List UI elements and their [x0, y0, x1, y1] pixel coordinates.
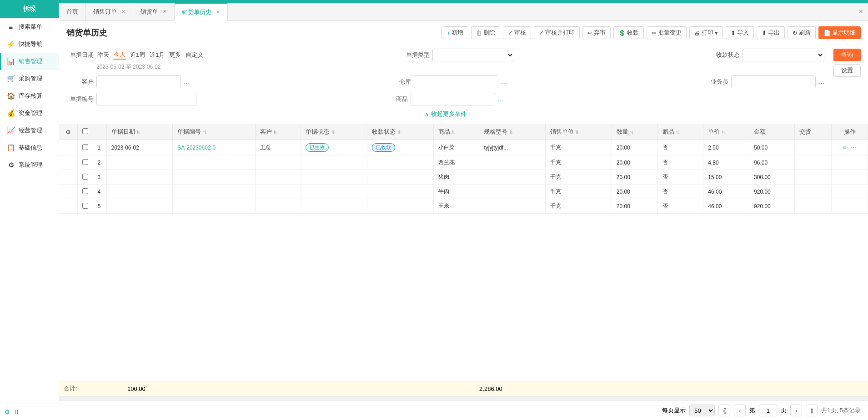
gear-icon[interactable]: ⚙ [65, 129, 71, 135]
goods-input[interactable] [411, 93, 495, 105]
shortcut-yesterday[interactable]: 昨天 [96, 51, 110, 59]
close-all-icon[interactable]: ✕ [858, 8, 863, 15]
export-icon: ⬇ [762, 30, 767, 36]
first-page-button[interactable]: ⟪ [718, 405, 730, 416]
sidebar-item-quick-nav[interactable]: ⚡ 快捷导航 [0, 35, 59, 53]
select-all-checkbox[interactable] [82, 128, 88, 134]
doc-type-select[interactable] [432, 49, 514, 61]
col-qty: 数量 ⇅ [612, 124, 657, 140]
tab-sales-order-close[interactable]: ✕ [121, 9, 125, 15]
page-number-input[interactable] [759, 405, 777, 416]
docno-label: 单据编号 [66, 95, 94, 103]
audit-button[interactable]: ✓ 审核 [503, 26, 531, 39]
sidebar-item-label: 采购管理 [19, 75, 42, 83]
sort-doc-date-icon[interactable]: ⇅ [136, 130, 140, 135]
sidebar-settings-icon[interactable]: ⚙ [5, 409, 10, 415]
row-checkbox[interactable] [82, 159, 88, 165]
sort-spec-icon[interactable]: ⇅ [509, 130, 513, 135]
collect-button[interactable]: 💲 收款 [613, 26, 644, 39]
sidebar-item-system-mgmt[interactable]: ⚙ 系统管理 [0, 156, 59, 174]
shortcut-custom[interactable]: 自定义 [185, 51, 204, 59]
collapse-button[interactable]: ∧ 收起更多条件 [66, 110, 824, 118]
cell-trade [794, 170, 831, 185]
cell-customer [255, 170, 301, 185]
tab-sales-order-label: 销售订单 [93, 8, 117, 16]
sort-doc-status-icon[interactable]: ⇅ [331, 130, 335, 135]
sort-qty-icon[interactable]: ⇅ [630, 130, 633, 135]
audit-print-button[interactable]: ✓ 审核并打印 [534, 26, 580, 39]
sort-collect-status-icon[interactable]: ⇅ [397, 130, 401, 135]
last-page-button[interactable]: ⟫ [806, 405, 818, 416]
doc-no-link[interactable]: SA-20230602-0 [177, 145, 216, 151]
sort-doc-no-icon[interactable]: ⇅ [203, 130, 206, 135]
warehouse-dots[interactable]: ... [501, 78, 507, 86]
docno-input[interactable] [96, 93, 196, 105]
sidebar-item-operation-mgmt[interactable]: 📈 经营管理 [0, 122, 59, 139]
show-detail-button[interactable]: 📄 显示明细 [818, 26, 861, 39]
cell-unit: 千克 [546, 199, 612, 214]
page-size-select[interactable]: 10 20 50 100 [689, 405, 715, 416]
new-button[interactable]: + 新增 [442, 26, 468, 39]
cell-doc-status [301, 185, 367, 199]
customer-input[interactable] [96, 75, 181, 88]
sidebar: 拆垛 ≡ 搜索菜单 ⚡ 快捷导航 📊 销售管理 🛒 采购管理 🏠 库存核算 💰 … [0, 0, 59, 420]
sidebar-item-search-menu[interactable]: ≡ 搜索菜单 [0, 18, 59, 35]
sidebar-item-inventory[interactable]: 🏠 库存核算 [0, 87, 59, 105]
sidebar-item-label: 经营管理 [19, 126, 42, 135]
prev-page-button[interactable]: ‹ [734, 405, 746, 416]
export-button[interactable]: ⬇ 导出 [757, 26, 785, 39]
shortcut-week[interactable]: 近1周 [129, 51, 146, 59]
shortcut-more[interactable]: 更多 [168, 51, 182, 59]
next-page-button[interactable]: › [790, 405, 802, 416]
cell-customer [255, 155, 301, 170]
cell-spec: tyjyjtyjdf... [479, 140, 546, 155]
row-checkbox[interactable] [82, 188, 88, 194]
tab-sales-order[interactable]: 销售订单 ✕ [86, 3, 133, 21]
operation-mgmt-icon: 📈 [7, 126, 15, 135]
sort-gift-icon[interactable]: ⇅ [676, 130, 679, 135]
horizontal-scrollbar[interactable] [59, 396, 868, 400]
shortcut-today[interactable]: 今天 [113, 50, 126, 60]
sort-goods-icon[interactable]: ⇅ [452, 130, 455, 135]
row-checkbox[interactable] [82, 203, 88, 209]
salesperson-input[interactable] [731, 75, 816, 88]
sidebar-item-purchase-mgmt[interactable]: 🛒 采购管理 [0, 70, 59, 87]
cell-doc-status [301, 155, 367, 170]
salesperson-dots[interactable]: ... [818, 78, 824, 86]
tab-sales-goods-close[interactable]: ✕ [163, 9, 167, 15]
edit-link[interactable]: ✏ [843, 145, 848, 151]
row-checkbox[interactable] [82, 174, 88, 180]
batch-change-button[interactable]: ✏ 批量变更 [647, 26, 687, 39]
delete-button[interactable]: 🗑 删除 [471, 26, 500, 39]
filter-settings-button[interactable]: 设置 [833, 64, 861, 77]
row-checkbox[interactable] [82, 144, 88, 150]
sort-unit-icon[interactable]: ⇅ [575, 130, 579, 135]
shortcut-month[interactable]: 近1月 [149, 51, 166, 59]
cell-unit-price: 15.00 [703, 170, 749, 185]
cell-action [832, 155, 868, 170]
tab-sales-goods[interactable]: 销货单 ✕ [133, 3, 175, 21]
sort-customer-icon[interactable]: ⇅ [273, 130, 277, 135]
import-button[interactable]: ⬆ 导入 [726, 26, 754, 39]
filter-docno-item: 单据编号 [66, 93, 196, 105]
abandon-button[interactable]: ↩ 弃审 [582, 26, 611, 39]
sidebar-item-base-info[interactable]: 📋 基础信息 [0, 139, 59, 156]
warehouse-input[interactable] [414, 75, 498, 88]
query-button[interactable]: 查询 [833, 49, 861, 61]
sidebar-collapse-icon[interactable]: ⏸ [14, 409, 20, 415]
tab-sales-history[interactable]: 销货单历史 ✕ [175, 3, 228, 21]
goods-dots[interactable]: ... [498, 95, 504, 103]
sidebar-item-finance-mgmt[interactable]: 💰 资金管理 [0, 105, 59, 122]
sidebar-item-sales-mgmt[interactable]: 📊 销售管理 [0, 53, 59, 70]
refresh-button[interactable]: ↻ 刷新 [788, 26, 816, 39]
table-footer: 合计: 100.00 2,286.00 [59, 381, 868, 396]
customer-dots[interactable]: ... [184, 78, 190, 86]
collect-status-select[interactable] [743, 49, 824, 61]
tab-home[interactable]: 首页 [59, 3, 86, 21]
table-header-row: ⚙ 单据日期 ⇅ 单据编号 ⇅ [59, 124, 868, 140]
sort-unit-price-icon[interactable]: ⇅ [722, 130, 725, 135]
tab-sales-history-close[interactable]: ✕ [216, 9, 220, 15]
more-link[interactable]: ⋯ [851, 145, 856, 151]
print-button[interactable]: 🖨 打印 ▾ [689, 26, 723, 39]
col-trade-label: 交货 [799, 128, 811, 135]
